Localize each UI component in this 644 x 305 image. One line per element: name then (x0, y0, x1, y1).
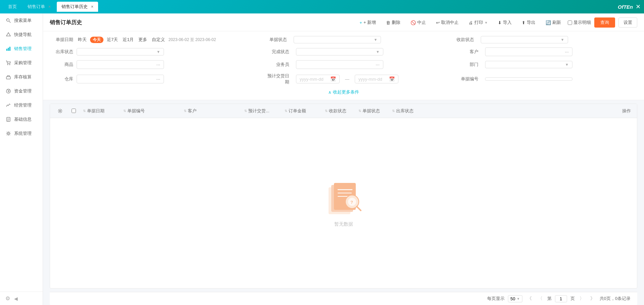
sidebar-item-search-menu[interactable]: 搜索菜单 (0, 13, 43, 28)
date-option-today-active[interactable]: 今天 (90, 37, 103, 43)
setting-button[interactable]: 设置 (618, 17, 637, 28)
sidebar-item-operations[interactable]: 经营管理 (0, 98, 43, 112)
sales-label: 业务员 (266, 62, 293, 68)
date-option-1month[interactable]: 近1月 (121, 36, 135, 43)
tab-sales-order-history-close[interactable]: × (91, 4, 93, 9)
svg-rect-7 (9, 47, 10, 51)
order-num-input[interactable] (485, 77, 572, 81)
per-page-select[interactable]: 50 ▼ (508, 295, 522, 302)
delivery-date-start-placeholder: yyyy-mm-dd (300, 77, 328, 82)
date-range-display: 2023-06-02 至 2023-06-02 (168, 37, 216, 43)
sidebar-item-system[interactable]: 系统管理 (0, 126, 43, 141)
import-button[interactable]: ⬇ 导入 (495, 18, 515, 27)
goods-input[interactable]: ··· (77, 60, 164, 69)
th-amount[interactable]: ⇅ 订单金额 (282, 108, 322, 114)
sidebar-item-quick-nav[interactable]: 快捷导航 (0, 28, 43, 42)
dept-arrow-icon: ▼ (565, 63, 569, 67)
cancel-stop-button[interactable]: ↩ 取消中止 (433, 18, 462, 27)
new-button[interactable]: + + 新增 (356, 18, 379, 27)
page-title: 销售订单历史 (50, 19, 82, 26)
sidebar-collapse-icon[interactable]: ◀ (14, 296, 18, 301)
svg-rect-5 (6, 49, 7, 51)
th-customer[interactable]: ⇅ 客户 (181, 108, 242, 114)
toolbar: + + 新增 🗑 删除 🚫 中止 ↩ 取消中止 (356, 17, 637, 28)
collapse-row[interactable]: ∧ 收起更多条件 (50, 89, 637, 95)
out-status-select[interactable]: ▼ (77, 48, 164, 55)
tab-home[interactable]: 首页 (3, 2, 22, 12)
page-number-input[interactable] (555, 295, 567, 302)
delivery-date-end-calendar-icon[interactable]: 📅 (389, 76, 395, 82)
order-status-label: 单据状态 (263, 37, 290, 43)
delete-button[interactable]: 🗑 删除 (383, 18, 404, 27)
last-page-button[interactable]: 》 (589, 295, 596, 302)
tab-sales-order[interactable]: 销售订单 × (23, 2, 55, 12)
th-settings[interactable] (53, 108, 67, 114)
refresh-button[interactable]: 🔄 刷新 (542, 18, 564, 27)
svg-rect-6 (8, 48, 9, 51)
tab-sales-order-close[interactable]: × (48, 4, 51, 9)
export-button[interactable]: ⬆ 导出 (518, 18, 539, 27)
print-button[interactable]: 🖨 打印 ▼ (465, 18, 491, 27)
sidebar-item-inventory[interactable]: 库存核算 (0, 70, 43, 84)
th-out[interactable]: ⇅ 出库状态 (389, 108, 423, 114)
th-checkbox[interactable] (67, 109, 80, 113)
filter-row-status: 出库状态 ▼ 完成状态 ▼ 客户 (50, 47, 637, 56)
purchase-mgmt-icon (5, 60, 11, 66)
sidebar-item-basic-info-label: 基础信息 (14, 116, 32, 122)
delivery-date-start-input[interactable]: yyyy-mm-dd 📅 (296, 75, 340, 83)
query-button[interactable]: 查询 (594, 17, 615, 28)
sales-input[interactable]: ··· (296, 60, 383, 69)
tab-home-label: 首页 (8, 4, 17, 10)
dept-select[interactable]: ▼ (485, 61, 572, 68)
svg-point-9 (9, 64, 10, 65)
sidebar-item-finance[interactable]: ¥ 资金管理 (0, 84, 43, 98)
complete-status-select[interactable]: ▼ (296, 48, 383, 55)
customer-input[interactable]: ··· (485, 47, 572, 56)
date-option-7days[interactable]: 近7天 (105, 36, 119, 43)
stop-button[interactable]: 🚫 中止 (407, 18, 429, 27)
th-status-icon: ⇅ (358, 109, 361, 113)
first-page-button[interactable]: 《 (526, 295, 533, 302)
page-label-prefix: 第 (547, 296, 552, 302)
th-status[interactable]: ⇅ 单据状态 (356, 108, 389, 114)
import-icon: ⬇ (498, 20, 502, 25)
show-detail-checkbox-label[interactable]: 显示明细 (568, 20, 591, 26)
next-page-button[interactable]: 〉 (578, 295, 586, 302)
tab-sales-order-history[interactable]: 销售订单历史 × (57, 2, 98, 12)
sidebar-item-basic-info[interactable]: 基础信息 (0, 112, 43, 126)
prev-page-button[interactable]: 〈 (536, 295, 544, 302)
top-bar: 首页 销售订单 × 销售订单历史 × OfTEn ✕ (0, 0, 644, 13)
window-close-button[interactable]: ✕ (636, 3, 641, 10)
date-option-yesterday[interactable]: 昨天 (77, 36, 88, 43)
payment-status-arrow-icon: ▼ (561, 38, 564, 42)
show-detail-checkbox[interactable] (568, 21, 572, 25)
payment-status-select[interactable]: ▼ (481, 36, 568, 43)
th-payment[interactable]: ⇅ 收款状态 (322, 108, 356, 114)
sidebar-item-sales-mgmt[interactable]: 销售管理 (0, 42, 43, 56)
date-separator: — (345, 77, 349, 82)
date-option-custom[interactable]: 自定义 (151, 36, 166, 43)
sidebar-settings-icon[interactable]: ⚙ (5, 295, 10, 302)
select-all-checkbox[interactable] (72, 109, 76, 113)
delivery-date-end-input[interactable]: yyyy-mm-dd 📅 (355, 75, 398, 83)
th-delivery[interactable]: ⇅ 预计交货... (242, 108, 282, 114)
order-status-arrow-icon: ▼ (374, 38, 377, 42)
collapse-label: 收起更多条件 (333, 89, 359, 95)
sidebar-item-purchase-mgmt[interactable]: 采购管理 (0, 56, 43, 70)
th-num[interactable]: ⇅ 单据编号 (121, 108, 181, 114)
th-status-label: 单据状态 (362, 108, 380, 114)
warehouse-dots-icon[interactable]: ··· (156, 76, 160, 82)
customer-dots-icon[interactable]: ··· (565, 49, 569, 54)
goods-dots-icon[interactable]: ··· (156, 62, 160, 67)
th-date[interactable]: ⇅ 单据日期 (80, 108, 121, 114)
date-option-more[interactable]: 更多 (137, 36, 148, 43)
warehouse-input[interactable]: ··· (77, 75, 164, 83)
sales-dots-icon[interactable]: ··· (376, 62, 380, 67)
table-body: ? 暂无数据 (50, 118, 637, 288)
dept-label: 部门 (455, 62, 482, 68)
delivery-date-start-calendar-icon[interactable]: 📅 (330, 76, 336, 82)
search-menu-icon (5, 17, 11, 24)
order-status-select[interactable]: ▼ (294, 36, 381, 43)
cancel-stop-label: 取消中止 (441, 20, 459, 26)
delete-label: 删除 (392, 20, 400, 26)
